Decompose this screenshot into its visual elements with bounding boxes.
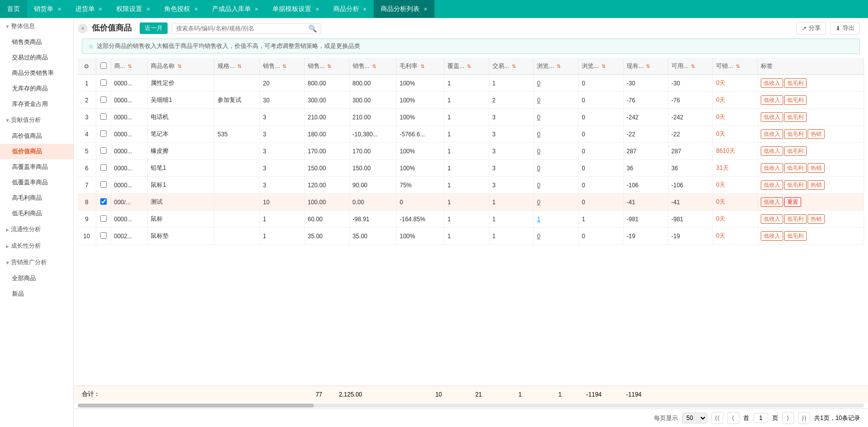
row-checkbox[interactable] xyxy=(100,232,107,239)
export-btn[interactable]: ⬇ 导出 xyxy=(830,22,860,34)
last-page-btn[interactable]: ⟩⟩ xyxy=(798,412,810,424)
cell-v1[interactable]: 0 xyxy=(534,126,579,143)
cell-checkbox[interactable] xyxy=(96,126,111,143)
col-settings[interactable]: ⚙ xyxy=(78,58,96,75)
close-role-icon[interactable]: ✕ xyxy=(194,6,198,12)
cell-v1[interactable]: 0 xyxy=(534,160,579,177)
sidebar-group-marketing[interactable]: ▾ 营销推广分析 xyxy=(0,254,73,271)
cell-checkbox[interactable] xyxy=(96,92,111,109)
row-checkbox[interactable] xyxy=(100,96,107,103)
sidebar-item-low-coverage[interactable]: 低覆盖率商品 xyxy=(0,175,73,190)
col-stock1[interactable]: 现有... ⇅ xyxy=(623,58,668,75)
col-sales3[interactable]: 销售... ⇅ xyxy=(349,58,397,75)
sidebar-item-low-margin[interactable]: 低毛利商品 xyxy=(0,206,73,221)
row-checkbox[interactable] xyxy=(100,79,107,86)
table-wrap[interactable]: ⚙ 商... ⇅ 商品名称 ⇅ 规格... ⇅ 销售... ⇅ 销售... ⇅ … xyxy=(74,58,868,386)
col-stock3[interactable]: 可销... ⇅ xyxy=(713,58,758,75)
cell-checkbox[interactable] xyxy=(96,211,111,228)
col-view1[interactable]: 浏览... ⇅ xyxy=(534,58,579,75)
close-analysis-icon[interactable]: ✕ xyxy=(363,6,367,12)
cell-v1[interactable]: 0 xyxy=(534,228,579,245)
sidebar-item-high-coverage[interactable]: 高覆盖率商品 xyxy=(0,159,73,175)
sidebar-item-high-value[interactable]: 高价值商品 xyxy=(0,128,73,144)
per-page-select[interactable]: 50 100 200 xyxy=(682,413,707,424)
search-icon[interactable]: 🔍 xyxy=(308,24,317,32)
row-checkbox[interactable] xyxy=(100,113,107,120)
sidebar-item-traded[interactable]: 交易过的商品 xyxy=(0,50,73,65)
col-code[interactable]: 商... ⇅ xyxy=(111,58,148,75)
cell-v1[interactable]: 1 xyxy=(534,211,579,228)
col-sales2[interactable]: 销售... ⇅ xyxy=(304,58,349,75)
nav-item-product[interactable]: 产成品入库单 ✕ xyxy=(205,0,266,18)
cell-checkbox[interactable] xyxy=(96,75,111,92)
cell-checkbox[interactable] xyxy=(96,109,111,126)
nav-item-purchase[interactable]: 进货单 ✕ xyxy=(68,0,110,18)
sidebar-item-high-margin[interactable]: 高毛利商品 xyxy=(0,190,73,206)
cell-v1[interactable]: 0 xyxy=(534,143,579,160)
horiz-scrollbar-thumb[interactable] xyxy=(78,404,314,408)
close-perm-icon[interactable]: ✕ xyxy=(146,6,150,12)
sidebar-item-sales-goods[interactable]: 销售类商品 xyxy=(0,34,73,50)
row-checkbox[interactable] xyxy=(100,147,107,154)
row-checkbox[interactable] xyxy=(100,130,107,137)
close-analysis-list-icon[interactable]: ✕ xyxy=(424,6,428,12)
close-template-icon[interactable]: ✕ xyxy=(315,6,319,12)
col-name[interactable]: 商品名称 ⇅ xyxy=(148,58,215,75)
row-checkbox[interactable] xyxy=(100,164,107,171)
sidebar-item-all-goods[interactable]: 全部商品 xyxy=(0,271,73,286)
prev-page-btn[interactable]: ⟨ xyxy=(727,412,739,424)
sidebar-item-category-rate[interactable]: 商品分类销售率 xyxy=(0,65,73,81)
cell-checkbox[interactable] xyxy=(96,228,111,245)
tag: 低毛利 xyxy=(784,180,807,190)
cell-s1: 3 xyxy=(260,177,305,194)
row-checkbox[interactable] xyxy=(100,198,107,205)
cell-v1[interactable]: 0 xyxy=(534,177,579,194)
sidebar-item-low-value[interactable]: 低价值商品 xyxy=(0,144,73,159)
sidebar-group-circulation[interactable]: ▸ 流通性分析 xyxy=(0,221,73,238)
sidebar-item-new-goods[interactable]: 新品 xyxy=(0,286,73,302)
collapse-sidebar-btn[interactable]: « xyxy=(78,23,88,33)
arrow-growth-icon: ▸ xyxy=(6,243,9,250)
nav-item-sales[interactable]: 销货单 ✕ xyxy=(27,0,68,18)
col-coverage[interactable]: 覆盖... ⇅ xyxy=(444,58,489,75)
sidebar-group-growth[interactable]: ▸ 成长性分析 xyxy=(0,238,73,254)
nav-item-role[interactable]: 角色授权 ✕ xyxy=(157,0,205,18)
close-purchase-icon[interactable]: ✕ xyxy=(98,6,102,12)
next-page-btn[interactable]: ⟩ xyxy=(782,412,794,424)
cell-checkbox[interactable] xyxy=(96,160,111,177)
col-spec[interactable]: 规格... ⇅ xyxy=(215,58,260,75)
sidebar-item-no-stock[interactable]: 无库存的商品 xyxy=(0,81,73,96)
nav-item-analysis[interactable]: 商品分析 ✕ xyxy=(326,0,374,18)
cell-v1[interactable]: 0 xyxy=(534,109,579,126)
cell-v1[interactable]: 0 xyxy=(534,194,579,211)
cell-checkbox[interactable] xyxy=(96,177,111,194)
col-view2[interactable]: 浏览... ⇅ xyxy=(579,58,624,75)
row-checkbox[interactable] xyxy=(100,181,107,188)
first-page-btn[interactable]: ⟨⟨ xyxy=(711,412,723,424)
select-all-checkbox[interactable] xyxy=(100,62,107,69)
col-trade[interactable]: 交易... ⇅ xyxy=(489,58,534,75)
nav-item-template[interactable]: 单据模板设置 ✕ xyxy=(265,0,326,18)
col-stock2[interactable]: 可用... ⇅ xyxy=(668,58,713,75)
col-checkbox[interactable] xyxy=(96,58,111,75)
page-input[interactable] xyxy=(753,413,768,423)
sidebar-item-stock-fund[interactable]: 库存资金占用 xyxy=(0,96,73,112)
close-product-icon[interactable]: ✕ xyxy=(254,6,258,12)
col-sales1[interactable]: 销售... ⇅ xyxy=(260,58,305,75)
col-margin[interactable]: 毛利率 ⇅ xyxy=(397,58,444,75)
nav-item-perm[interactable]: 权限设置 ✕ xyxy=(109,0,157,18)
close-sales-icon[interactable]: ✕ xyxy=(57,6,61,12)
nav-item-home[interactable]: 首页 xyxy=(0,0,27,18)
row-checkbox[interactable] xyxy=(100,215,107,222)
cell-v1[interactable]: 0 xyxy=(534,75,579,92)
sidebar-group-contribution[interactable]: ▾ 贡献值分析 xyxy=(0,112,73,128)
share-btn[interactable]: ↗ 分享 xyxy=(796,22,826,34)
nav-item-analysis-list[interactable]: 商品分析列表 ✕ xyxy=(374,0,434,18)
horiz-scrollbar[interactable] xyxy=(78,404,864,408)
sidebar-group-overall[interactable]: ▾ 整体信息 xyxy=(0,18,73,34)
search-input[interactable] xyxy=(176,25,308,32)
cell-v1[interactable]: 0 xyxy=(534,92,579,109)
cell-checkbox[interactable] xyxy=(96,194,111,211)
cell-checkbox[interactable] xyxy=(96,143,111,160)
filter-recent-month-btn[interactable]: 近一月 xyxy=(140,22,168,34)
